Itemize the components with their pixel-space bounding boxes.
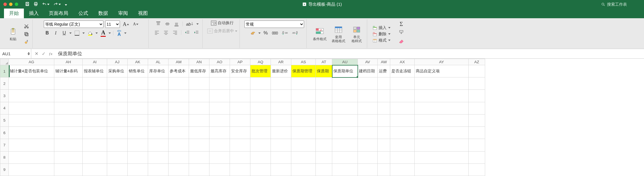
cell[interactable] bbox=[209, 102, 230, 114]
cell[interactable] bbox=[230, 77, 250, 90]
cell[interactable] bbox=[332, 114, 358, 126]
cell[interactable] bbox=[169, 90, 189, 102]
cell[interactable]: 报表辅单位 bbox=[83, 65, 107, 77]
qat-customize-icon[interactable] bbox=[65, 2, 67, 7]
increase-indent-button[interactable] bbox=[193, 29, 200, 36]
cell[interactable] bbox=[9, 90, 54, 102]
cell[interactable]: 建档日期 bbox=[358, 65, 378, 77]
column-header[interactable]: AV bbox=[358, 59, 378, 65]
cell[interactable] bbox=[390, 163, 415, 176]
row-header[interactable]: 5 bbox=[0, 114, 9, 126]
cell[interactable] bbox=[358, 90, 378, 102]
cell[interactable] bbox=[169, 114, 189, 126]
cell[interactable] bbox=[415, 114, 469, 126]
column-header[interactable]: AL bbox=[148, 59, 169, 65]
column-header[interactable]: AT bbox=[316, 59, 332, 65]
autosum-button[interactable]: Σ bbox=[398, 21, 405, 27]
phonetic-button[interactable]: abcA bbox=[116, 30, 122, 36]
column-header[interactable]: AK bbox=[128, 59, 148, 65]
align-center-button[interactable] bbox=[162, 29, 170, 36]
cell[interactable] bbox=[332, 102, 358, 114]
row-header[interactable]: 6 bbox=[0, 127, 9, 139]
bold-button[interactable]: B bbox=[44, 30, 51, 36]
row-header[interactable]: 8 bbox=[0, 151, 9, 163]
redo-icon[interactable] bbox=[53, 2, 61, 7]
percent-button[interactable]: % bbox=[262, 30, 269, 36]
cell-styles-button[interactable]: 单元 格样式 bbox=[349, 24, 365, 44]
cell[interactable] bbox=[358, 102, 378, 114]
cell[interactable] bbox=[189, 90, 209, 102]
cell[interactable] bbox=[291, 102, 316, 114]
cell[interactable] bbox=[415, 77, 469, 90]
cell[interactable] bbox=[469, 163, 485, 176]
cell[interactable] bbox=[358, 151, 378, 163]
cell[interactable] bbox=[469, 90, 485, 102]
enter-formula-button[interactable]: ✓ bbox=[42, 51, 45, 56]
cell[interactable] bbox=[469, 77, 485, 90]
cell[interactable] bbox=[54, 151, 83, 163]
cell[interactable] bbox=[169, 127, 189, 139]
cell[interactable] bbox=[54, 102, 83, 114]
cell[interactable] bbox=[230, 102, 250, 114]
cell[interactable] bbox=[209, 77, 230, 90]
cell[interactable] bbox=[332, 139, 358, 151]
cell[interactable] bbox=[54, 163, 83, 176]
tab-insert[interactable]: 插入 bbox=[24, 8, 44, 18]
cell[interactable] bbox=[189, 139, 209, 151]
cell[interactable] bbox=[378, 90, 390, 102]
cell[interactable] bbox=[469, 102, 485, 114]
cell[interactable] bbox=[230, 90, 250, 102]
italic-button[interactable]: I bbox=[52, 30, 59, 36]
cell[interactable] bbox=[83, 139, 107, 151]
namebox-stepper[interactable] bbox=[28, 52, 31, 55]
align-middle-button[interactable] bbox=[164, 21, 171, 27]
cell[interactable] bbox=[390, 114, 415, 126]
cell[interactable]: 安全库存 bbox=[230, 65, 250, 77]
cell[interactable] bbox=[358, 77, 378, 90]
cell[interactable] bbox=[469, 127, 485, 139]
font-name-select[interactable]: 等线 Regular (正文) bbox=[44, 21, 103, 28]
tab-formulas[interactable]: 公式 bbox=[73, 8, 93, 18]
format-painter-button[interactable] bbox=[23, 39, 30, 46]
cell[interactable] bbox=[378, 77, 390, 90]
cell[interactable] bbox=[271, 151, 291, 163]
format-cells-button[interactable]: 格式 bbox=[373, 38, 390, 43]
cell[interactable] bbox=[332, 77, 358, 90]
cell[interactable] bbox=[9, 163, 54, 176]
cell[interactable] bbox=[358, 127, 378, 139]
cell[interactable] bbox=[250, 90, 271, 102]
cell[interactable] bbox=[332, 151, 358, 163]
cell[interactable] bbox=[316, 139, 332, 151]
cell[interactable] bbox=[415, 139, 469, 151]
format-as-table-button[interactable]: 套用 表格格式 bbox=[330, 24, 347, 44]
search-input[interactable] bbox=[606, 2, 641, 7]
cell[interactable] bbox=[189, 163, 209, 176]
cell[interactable] bbox=[83, 151, 107, 163]
cell[interactable] bbox=[390, 139, 415, 151]
grow-font-button[interactable]: A bbox=[122, 21, 130, 28]
cell[interactable] bbox=[250, 102, 271, 114]
cell[interactable] bbox=[332, 163, 358, 176]
column-header[interactable]: AX bbox=[390, 59, 415, 65]
currency-button[interactable] bbox=[249, 30, 257, 36]
clear-button[interactable] bbox=[397, 38, 405, 44]
column-header[interactable]: AS bbox=[291, 59, 316, 65]
cell[interactable] bbox=[390, 127, 415, 139]
cell[interactable] bbox=[128, 139, 148, 151]
spreadsheet-grid[interactable]: AGAHAIAJAKALAMANAOAPAQARASATAUAVAWAXAYAZ… bbox=[0, 59, 644, 176]
cell[interactable] bbox=[83, 77, 107, 90]
cell[interactable] bbox=[107, 151, 128, 163]
cell[interactable] bbox=[291, 77, 316, 90]
cell[interactable] bbox=[148, 90, 169, 102]
cell[interactable] bbox=[378, 127, 390, 139]
align-top-button[interactable] bbox=[155, 21, 162, 27]
cell[interactable] bbox=[291, 151, 316, 163]
cell[interactable] bbox=[128, 90, 148, 102]
cell[interactable]: 运费 bbox=[378, 65, 390, 77]
cell[interactable]: 保质期管理 bbox=[291, 65, 316, 77]
decrease-indent-button[interactable] bbox=[184, 29, 191, 36]
cell[interactable] bbox=[209, 114, 230, 126]
cell[interactable] bbox=[107, 90, 128, 102]
cell[interactable]: 最高库存 bbox=[209, 65, 230, 77]
cell[interactable] bbox=[189, 114, 209, 126]
